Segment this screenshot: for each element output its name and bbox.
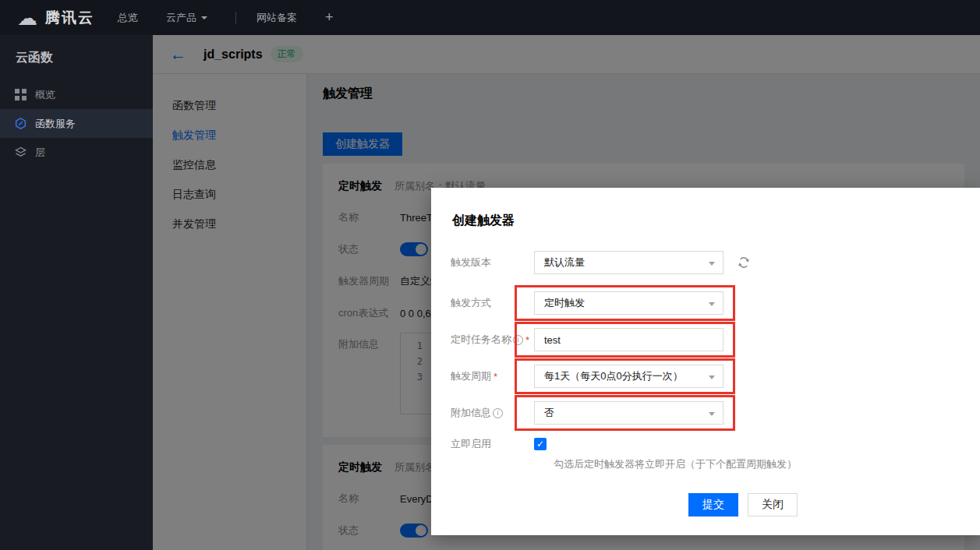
trigger-period-select[interactable]: 每1天（每天0点0分执行一次） (534, 365, 724, 388)
field-label: 触发版本 (451, 256, 534, 270)
form-row-enable-now: 立即启用 ✓ (451, 438, 980, 450)
field-label: 触发方式 (451, 296, 534, 310)
sidebar-item-label: 概览 (35, 88, 55, 102)
nav-item-icp[interactable]: 网站备案 (256, 11, 297, 25)
brand-name: 腾讯云 (45, 8, 94, 28)
modal-title: 创建触发器 (431, 188, 980, 229)
hexagon-icon (15, 118, 27, 129)
refresh-icon[interactable] (737, 256, 751, 270)
cloud-icon: ☁ (17, 8, 37, 28)
close-button[interactable]: 关闭 (748, 493, 798, 517)
plus-icon[interactable]: + (325, 9, 334, 26)
field-label: 立即启用 (451, 437, 534, 451)
form-row-trigger-version: 触发版本 默认流量 (451, 251, 980, 274)
task-name-input[interactable] (534, 328, 724, 351)
form-row-trigger-type: 触发方式 定时触发 (451, 291, 980, 315)
sidebar-item-layers[interactable]: 层 (0, 138, 153, 167)
extra-info-select[interactable]: 否 (534, 401, 724, 425)
sidebar-item-label: 层 (35, 146, 45, 160)
form-row-extra-info: 附加信息 i 否 (451, 401, 980, 425)
trigger-version-select[interactable]: 默认流量 (534, 251, 724, 274)
enable-hint: 勾选后定时触发器将立即开启（于下个配置周期触发） (554, 457, 980, 471)
sidebar-item-function-service[interactable]: 函数服务 (0, 109, 153, 138)
product-title: 云函数 (0, 35, 153, 80)
field-label: 附加信息 i (451, 406, 534, 420)
sidebar-item-label: 函数服务 (35, 117, 76, 131)
layers-icon (15, 146, 27, 158)
chevron-down-icon (709, 262, 715, 266)
form-row-task-name: 定时任务名称 i * (451, 328, 980, 351)
product-sidebar: 云函数 概览 函数服务 层 (0, 35, 153, 550)
chevron-down-icon (709, 375, 715, 379)
nav-item-cloud-products[interactable]: 云产品 (166, 11, 207, 25)
required-asterisk: * (494, 371, 497, 383)
info-circle-icon[interactable]: i (513, 335, 523, 345)
sidebar-item-overview[interactable]: 概览 (0, 80, 153, 109)
create-trigger-modal: 创建触发器 触发版本 默认流量 触发方式 定时触发 (431, 188, 980, 535)
info-circle-icon[interactable]: i (493, 408, 503, 418)
submit-button[interactable]: 提交 (688, 493, 738, 517)
chevron-down-icon (709, 302, 715, 306)
chevron-down-icon (201, 16, 207, 19)
trigger-type-select[interactable]: 定时触发 (534, 291, 724, 315)
field-label: 定时任务名称 i * (451, 333, 534, 347)
required-asterisk: * (525, 334, 529, 346)
chevron-down-icon (709, 412, 715, 416)
enable-now-checkbox[interactable]: ✓ (534, 438, 547, 450)
nav-item-overview[interactable]: 总览 (118, 11, 138, 25)
field-label: 触发周期 * (451, 369, 534, 383)
grid-icon (15, 89, 27, 100)
form-row-trigger-period: 触发周期 * 每1天（每天0点0分执行一次） (451, 365, 980, 388)
brand-logo[interactable]: ☁ 腾讯云 (17, 8, 94, 28)
nav-divider (235, 12, 236, 24)
topbar: ☁ 腾讯云 总览 云产品 网站备案 + (0, 0, 980, 35)
top-nav: 总览 云产品 网站备案 + (118, 9, 362, 26)
